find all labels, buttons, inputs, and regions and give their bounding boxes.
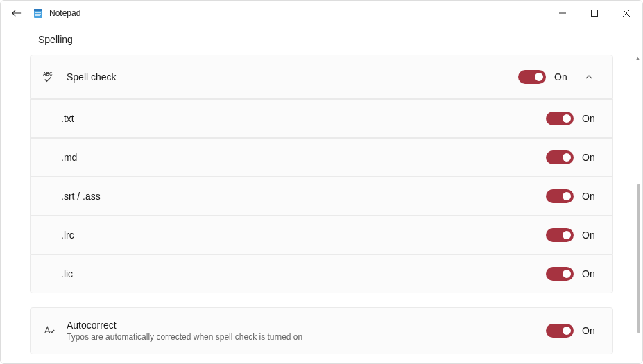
filetype-row-md: .md On [30, 138, 613, 177]
filetype-toggle-label: On [582, 191, 600, 202]
scrollbar-thumb[interactable] [637, 184, 640, 333]
spellcheck-title: Spell check [67, 71, 518, 83]
svg-text:ABC: ABC [43, 71, 53, 76]
titlebar: Notepad [1, 1, 642, 26]
svg-rect-1 [34, 9, 42, 11]
filetype-toggle-label: On [582, 229, 600, 241]
filetype-toggle-lic[interactable] [546, 267, 574, 281]
spellcheck-group: ABC Spell check On [30, 55, 613, 293]
autocorrect-title: Autocorrect [67, 320, 546, 331]
autocorrect-row[interactable]: Autocorrect Typos are automatically corr… [30, 307, 613, 354]
filetype-row-lrc: .lrc On [30, 216, 613, 254]
svg-rect-2 [35, 12, 41, 13]
minimize-icon [559, 10, 566, 17]
autocorrect-icon [42, 323, 57, 338]
filetype-toggle-srt[interactable] [546, 189, 574, 203]
scroll-up-arrow-icon: ▲ [635, 55, 641, 62]
filetype-toggle-label: On [582, 268, 600, 279]
filetype-label: .txt [61, 113, 546, 124]
spellcheck-expand-button[interactable] [578, 73, 600, 81]
filetype-toggle-label: On [582, 113, 600, 124]
arrow-left-icon [12, 8, 22, 18]
filetype-label: .srt / .ass [61, 191, 546, 202]
maximize-button[interactable] [578, 2, 610, 24]
minimize-button[interactable] [547, 2, 578, 24]
filetype-toggle-txt[interactable] [546, 112, 574, 125]
svg-rect-3 [35, 14, 41, 15]
close-button[interactable] [610, 2, 642, 24]
filetype-row-srt: .srt / .ass On [30, 177, 613, 216]
svg-rect-4 [35, 15, 40, 16]
chevron-up-icon [585, 73, 593, 81]
section-heading: Spelling [38, 34, 613, 45]
autocorrect-toggle-label: On [582, 325, 600, 336]
filetype-row-lic: .lic On [30, 254, 613, 293]
filetype-label: .md [61, 152, 546, 163]
back-button[interactable] [6, 3, 27, 24]
window-controls [547, 2, 642, 24]
filetype-toggle-label: On [582, 152, 600, 163]
filetype-toggle-md[interactable] [546, 150, 574, 164]
spellcheck-toggle[interactable] [518, 70, 546, 84]
autocorrect-toggle[interactable] [546, 324, 574, 338]
app-title: Notepad [49, 8, 80, 18]
close-icon [623, 10, 630, 17]
notepad-app-icon [33, 8, 44, 19]
spellcheck-toggle-label: On [554, 71, 572, 83]
spellcheck-row[interactable]: ABC Spell check On [30, 55, 613, 99]
svg-rect-5 [592, 10, 598, 17]
filetype-row-txt: .txt On [30, 99, 613, 138]
filetype-toggle-lrc[interactable] [546, 228, 574, 242]
filetype-label: .lrc [61, 229, 546, 241]
spellcheck-icon: ABC [42, 69, 57, 85]
filetype-label: .lic [61, 268, 546, 279]
maximize-icon [591, 10, 598, 17]
autocorrect-subtitle: Typos are automatically corrected when s… [67, 332, 546, 342]
